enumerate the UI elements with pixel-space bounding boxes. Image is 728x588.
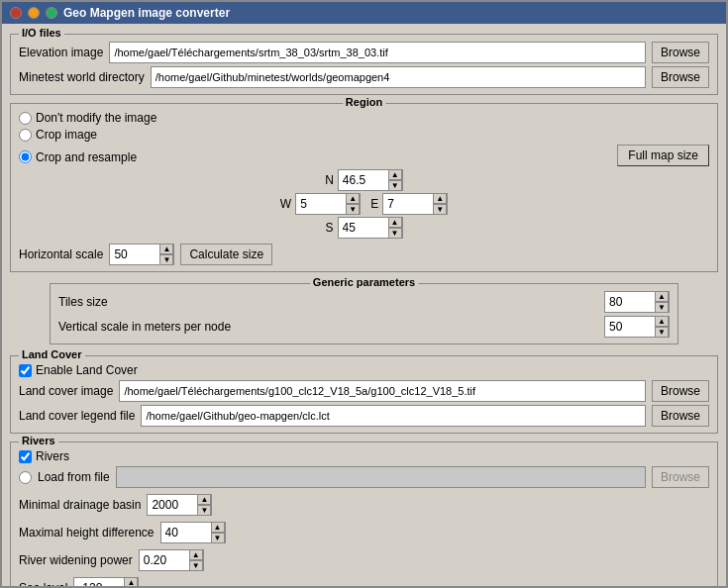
widening-spinner-btns: ▲ ▼ (189, 549, 203, 571)
max-height-input[interactable] (161, 523, 211, 542)
min-drainage-spinner: ▲ ▼ (147, 494, 212, 516)
s-down-btn[interactable]: ▼ (388, 228, 402, 239)
maximize-button[interactable] (46, 7, 57, 19)
tiles-input[interactable] (605, 292, 655, 312)
e-input[interactable] (383, 194, 433, 214)
rivers-enable-row: Rivers (19, 449, 709, 463)
e-spinner: ▲ ▼ (382, 193, 448, 215)
sea-level-input[interactable] (74, 578, 124, 586)
radio-no-modify[interactable] (19, 112, 32, 125)
enable-land-cover-checkbox[interactable] (19, 364, 32, 377)
h-scale-spinner: ▲ ▼ (109, 244, 174, 265)
n-spinner: ▲ ▼ (338, 169, 403, 191)
s-spinner: ▲ ▼ (338, 217, 403, 239)
s-spinner-btns: ▲ ▼ (388, 217, 402, 239)
radio-crop-label: Crop image (36, 128, 97, 142)
max-height-up-btn[interactable]: ▲ (211, 522, 225, 533)
land-cover-group: Land Cover Enable Land Cover Land cover … (10, 355, 718, 434)
s-label: S (325, 221, 333, 235)
generic-group: Generic parameters Tiles size ▲ ▼ Vertic… (50, 283, 678, 344)
h-scale-row: Horizontal scale ▲ ▼ Calculate size (19, 244, 709, 265)
e-down-btn[interactable]: ▼ (433, 204, 447, 215)
s-up-btn[interactable]: ▲ (388, 217, 402, 228)
rivers-load-browse-button[interactable]: Browse (652, 466, 709, 488)
widening-input[interactable] (140, 550, 189, 570)
tiles-down-btn[interactable]: ▼ (655, 302, 669, 313)
sea-level-row: Sea level ▲ ▼ (19, 577, 226, 586)
h-scale-spinner-btns: ▲ ▼ (159, 244, 173, 265)
widening-up-btn[interactable]: ▲ (189, 549, 203, 560)
elevation-input[interactable] (109, 42, 646, 63)
n-up-btn[interactable]: ▲ (388, 169, 402, 180)
elevation-browse-button[interactable]: Browse (652, 42, 709, 63)
close-button[interactable] (10, 7, 22, 19)
h-scale-up-btn[interactable]: ▲ (159, 244, 173, 254)
full-map-button[interactable]: Full map size (617, 145, 709, 166)
elevation-row: Elevation image Browse (19, 42, 709, 63)
region-group: Region Don't modify the image Crop image… (10, 103, 718, 272)
vert-down-btn[interactable]: ▼ (655, 327, 669, 338)
io-files-group: I/O files Elevation image Browse Minetes… (10, 34, 718, 95)
min-drainage-label: Minimal drainage basin (19, 498, 141, 512)
max-height-spinner: ▲ ▼ (160, 522, 226, 543)
land-cover-legend-label: Land cover legend file (19, 409, 135, 423)
enable-land-cover-label: Enable Land Cover (36, 363, 138, 377)
tiles-spinner-btns: ▲ ▼ (655, 291, 669, 313)
vert-up-btn[interactable]: ▲ (655, 316, 669, 327)
land-cover-image-input[interactable] (119, 380, 646, 402)
widening-down-btn[interactable]: ▼ (189, 560, 203, 571)
minimize-button[interactable] (28, 7, 40, 19)
h-scale-down-btn[interactable]: ▼ (159, 254, 173, 265)
world-input[interactable] (151, 66, 646, 88)
vert-spinner-btns: ▲ ▼ (655, 316, 669, 338)
rivers-load-radio[interactable] (19, 471, 32, 484)
radio-no-modify-row: Don't modify the image (19, 111, 709, 125)
widening-label: River widening power (19, 553, 133, 567)
sea-level-up-btn[interactable]: ▲ (124, 577, 138, 586)
rivers-load-label: Load from file (38, 470, 110, 484)
w-input[interactable] (296, 194, 346, 214)
h-scale-input[interactable] (110, 245, 159, 264)
land-cover-legend-input[interactable] (141, 405, 646, 427)
main-window: Geo Mapgen image converter I/O files Ele… (0, 0, 728, 588)
tiles-up-btn[interactable]: ▲ (655, 291, 669, 302)
world-browse-button[interactable]: Browse (652, 66, 709, 88)
e-label: E (370, 197, 378, 211)
n-input[interactable] (339, 170, 388, 190)
radio-no-modify-label: Don't modify the image (36, 111, 156, 125)
w-up-btn[interactable]: ▲ (346, 193, 360, 204)
rivers-checkbox[interactable] (19, 450, 32, 463)
radio-crop-row: Crop image (19, 128, 709, 142)
land-cover-legend-browse-button[interactable]: Browse (652, 405, 709, 427)
widening-spinner: ▲ ▼ (139, 549, 204, 571)
n-down-btn[interactable]: ▼ (388, 180, 402, 191)
s-input[interactable] (339, 218, 388, 238)
generic-label: Generic parameters (310, 276, 418, 288)
sea-level-spinner-btns: ▲ ▼ (124, 577, 138, 586)
radio-crop[interactable] (19, 129, 32, 142)
land-cover-label: Land Cover (19, 348, 85, 360)
e-spinner-btns: ▲ ▼ (433, 193, 447, 215)
min-drainage-down-btn[interactable]: ▼ (197, 505, 211, 516)
n-label: N (325, 173, 334, 187)
min-drainage-input[interactable] (148, 495, 197, 515)
region-label: Region (343, 96, 385, 108)
rivers-load-input[interactable] (116, 466, 646, 488)
rivers-label: Rivers (19, 435, 58, 446)
min-drainage-up-btn[interactable]: ▲ (197, 494, 211, 505)
max-height-down-btn[interactable]: ▼ (211, 533, 225, 543)
w-spinner: ▲ ▼ (295, 193, 361, 215)
vert-input[interactable] (605, 317, 655, 337)
widening-row: River widening power ▲ ▼ (19, 549, 226, 571)
e-up-btn[interactable]: ▲ (433, 193, 447, 204)
rivers-checkbox-label: Rivers (36, 449, 69, 463)
sea-level-label: Sea level (19, 581, 67, 586)
min-drainage-spinner-btns: ▲ ▼ (197, 494, 211, 516)
min-drainage-row: Minimal drainage basin ▲ ▼ (19, 494, 226, 516)
w-down-btn[interactable]: ▼ (346, 204, 360, 215)
radio-crop-resample[interactable] (19, 150, 32, 163)
window-title: Geo Mapgen image converter (63, 6, 230, 20)
land-cover-image-browse-button[interactable]: Browse (652, 380, 709, 402)
calc-size-button[interactable]: Calculate size (180, 244, 272, 265)
w-label: W (280, 197, 291, 211)
